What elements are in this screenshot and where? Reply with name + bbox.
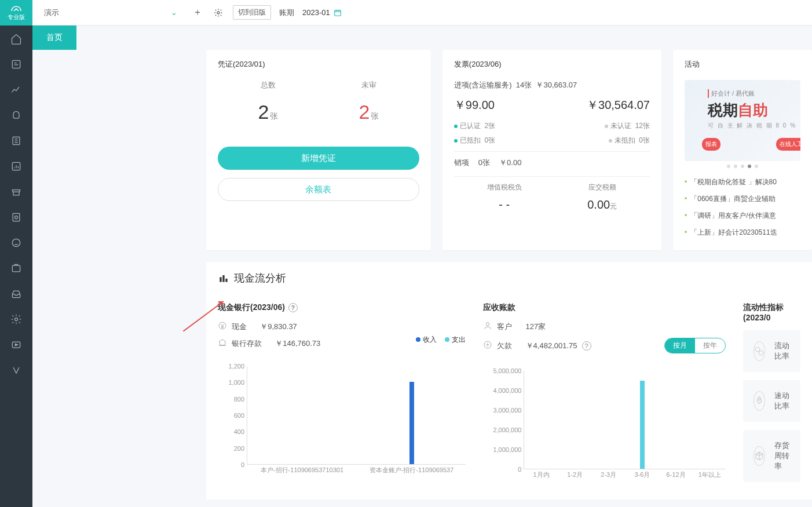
invoice-amount-uncertified: ￥30,564.07 — [587, 97, 650, 113]
activity-item[interactable]: 「调研」用友客户/伙伴满意 — [685, 207, 800, 224]
receivable-chart: 01,000,0002,000,0003,000,0004,000,0005,0… — [524, 371, 726, 469]
video-icon[interactable] — [9, 337, 24, 352]
face-icon[interactable] — [9, 235, 24, 250]
liquidity-current-ratio[interactable]: 流动比率 — [743, 330, 800, 372]
cash-bank-chart: 02004006008001,0001,200本户-招行-11090695371… — [247, 366, 466, 465]
ratio-icon — [754, 341, 765, 361]
calendar-icon — [334, 9, 342, 17]
banner-pager[interactable] — [685, 165, 800, 168]
cash-bank-title: 现金银行(2023/06) ? — [218, 302, 466, 313]
svg-rect-2 — [12, 60, 20, 68]
shop-icon[interactable] — [9, 184, 24, 199]
period-select[interactable]: 2023-01 — [302, 8, 342, 17]
stats-icon[interactable] — [9, 159, 24, 174]
period-toggle[interactable]: 按月 按年 — [664, 338, 726, 353]
invoice-uncertified: 未认证 12张 — [605, 121, 650, 131]
debt-icon — [483, 340, 492, 351]
svg-rect-1 — [334, 10, 341, 15]
activity-item[interactable]: 「上新」好会计20230511迭 — [685, 224, 800, 241]
user-icon — [483, 321, 492, 332]
invoice-incoming-summary: 进项(含运输服务) 14张 ￥30,663.07 — [454, 80, 650, 90]
cash-flow-section: 现金流分析 现金银行(2023/06) ? 现金 ￥9,830.37 — [206, 262, 812, 499]
bank-icon — [218, 338, 227, 349]
activity-banner[interactable]: 好会计 / 易代账 税期自助 可 自 主 解 决 税 期 8 0 % 报表 在线… — [685, 80, 800, 161]
svg-point-17 — [487, 323, 489, 326]
settings-icon[interactable] — [9, 312, 24, 327]
voucher-unaudited[interactable]: 未审 2张 — [359, 80, 379, 123]
invoice-certified: 已认证 2张 — [454, 121, 495, 131]
svg-rect-13 — [225, 279, 227, 282]
v-icon[interactable] — [9, 363, 24, 378]
voucher-title: 凭证(2023/01) — [218, 59, 419, 70]
period-label: 账期 — [279, 8, 294, 18]
invoice-deducted: 已抵扣 0张 — [454, 136, 495, 145]
customer-count: 客户 127家 — [483, 321, 726, 332]
chart-legend: 收入 支出 — [416, 335, 466, 345]
voucher-card: 凭证(2023/01) 总数 2张 未审 2张 新增凭证 余额表 — [206, 50, 431, 250]
receivable-title: 应收账款 — [483, 302, 726, 313]
vat-burden: 增值税税负 - - — [487, 183, 522, 211]
folder-icon[interactable] — [9, 261, 24, 276]
toggle-year[interactable]: 按年 — [695, 338, 725, 353]
toggle-month[interactable]: 按月 — [665, 338, 695, 353]
liquidity-title: 流动性指标(2023/0 — [743, 302, 800, 322]
add-voucher-button[interactable]: 新增凭证 — [218, 147, 419, 170]
yen-icon — [218, 321, 227, 332]
svg-point-19 — [755, 347, 760, 352]
bar-chart-icon — [218, 272, 229, 284]
activity-item[interactable]: 「税期自助化答疑 」解决80 — [685, 174, 800, 191]
svg-rect-5 — [13, 213, 20, 221]
gear-icon[interactable] — [212, 6, 225, 19]
doc-icon[interactable] — [9, 210, 24, 225]
svg-rect-12 — [222, 275, 224, 282]
invoice-sales: 销项 0张 ￥0.00 — [454, 158, 650, 168]
chevron-down-icon: ⌄ — [171, 8, 177, 17]
home-icon[interactable] — [9, 31, 24, 46]
sidebar — [0, 25, 32, 507]
svg-rect-11 — [220, 277, 221, 282]
banner-badge-report: 报表 — [702, 138, 720, 151]
invoice-undeducted: 未抵扣 0张 — [609, 136, 650, 145]
tabs: 首页 — [32, 25, 76, 50]
money-icon[interactable] — [9, 108, 24, 123]
debt-value: 欠款 ￥4,482,001.75 ? — [483, 340, 591, 351]
book-icon[interactable] — [9, 133, 24, 148]
voucher-total[interactable]: 总数 2张 — [258, 80, 278, 123]
banner-badge-support: 在线人工 — [776, 138, 800, 151]
topbar: 演示 ⌄ ＋ 切到旧版 账期 2023-01 — [0, 0, 812, 25]
invoice-amount-certified: ￥99.00 — [454, 97, 495, 113]
app-logo: 专业版 — [0, 0, 32, 25]
svg-point-7 — [12, 239, 20, 246]
activity-card: 活动 好会计 / 易代账 税期自助 可 自 主 解 决 税 期 8 0 % 报表… — [673, 50, 812, 250]
inbox-icon[interactable] — [9, 286, 24, 301]
svg-point-21 — [759, 399, 760, 400]
add-icon[interactable]: ＋ — [191, 6, 204, 19]
cash-value: 现金 ￥9,830.37 — [218, 321, 466, 332]
rocket-icon — [754, 391, 765, 411]
activity-item[interactable]: 「0606直播」商贸企业辅助 — [685, 191, 800, 207]
help-icon[interactable]: ? — [288, 303, 298, 312]
invoice-title: 发票(2023/06) — [454, 59, 650, 70]
activity-title: 活动 — [685, 59, 800, 70]
liquidity-inventory-turnover[interactable]: 存货周转率 — [743, 430, 800, 482]
svg-point-20 — [759, 351, 763, 355]
invoice-card: 发票(2023/06) 进项(含运输服务) 14张 ￥30,663.07 ￥99… — [442, 50, 661, 250]
tab-home[interactable]: 首页 — [32, 25, 76, 50]
balance-sheet-button[interactable]: 余额表 — [218, 178, 419, 201]
tax-payable: 应交税额 0.00元 — [587, 183, 617, 211]
switch-old-version-button[interactable]: 切到旧版 — [233, 5, 271, 20]
chart-icon[interactable] — [9, 82, 24, 97]
svg-rect-8 — [12, 265, 20, 272]
liquidity-quick-ratio[interactable]: 速动比率 — [743, 380, 800, 422]
cash-section-title: 现金流分析 — [234, 271, 286, 285]
svg-point-0 — [217, 12, 220, 14]
voucher-icon[interactable] — [9, 57, 24, 72]
company-select[interactable]: 演示 ⌄ — [38, 5, 183, 21]
svg-point-9 — [15, 318, 18, 321]
activity-list: 「税期自助化答疑 」解决80 「0606直播」商贸企业辅助 「调研」用友客户/伙… — [685, 174, 800, 241]
box-icon — [754, 446, 765, 466]
help-icon[interactable]: ? — [582, 341, 591, 351]
svg-point-6 — [15, 216, 18, 219]
